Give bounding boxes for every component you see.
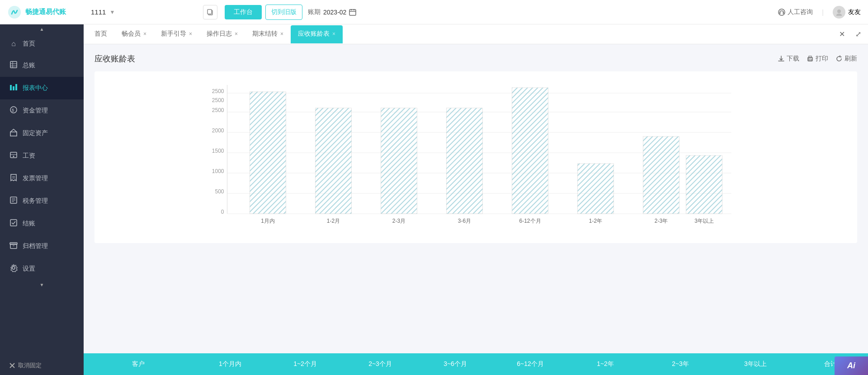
svg-point-10: [837, 9, 841, 13]
table-col-6-12m: 6~12个月: [493, 360, 568, 368]
svg-rect-65: [447, 108, 483, 214]
print-button[interactable]: 打印: [807, 55, 828, 63]
ledger-icon: [9, 61, 18, 70]
svg-text:2-3月: 2-3月: [392, 218, 406, 224]
switch-version-button[interactable]: 切到旧版: [265, 5, 302, 20]
page-actions: 下载 打印: [778, 55, 857, 63]
sidebar-item-tax[interactable]: 税务管理: [0, 190, 84, 212]
tax-icon: [9, 196, 18, 206]
sidebar-item-settings[interactable]: 设置: [0, 258, 84, 280]
svg-rect-67: [512, 88, 548, 214]
content-area: 首页 畅会员 × 新手引导 × 操作日志 × 期末结转 × 应收账龄表 ×: [84, 24, 868, 375]
table-col-3y-plus: 3年以上: [718, 360, 793, 368]
sidebar-item-archive[interactable]: 归档管理: [0, 235, 84, 258]
workbench-button[interactable]: 工作台: [225, 5, 262, 19]
svg-text:1月内: 1月内: [261, 218, 275, 224]
bar-chart: 0 500 1000 1500 2000 2500 2500 2500: [99, 80, 848, 234]
report-icon: [9, 83, 18, 93]
svg-rect-40: [809, 59, 811, 61]
tab-member[interactable]: 畅会员 ×: [114, 25, 154, 43]
period-label: 账期: [308, 8, 321, 16]
tab-aging[interactable]: 应收账龄表 ×: [291, 25, 343, 43]
sidebar-item-close[interactable]: 结账: [0, 212, 84, 235]
header-right: 人工咨询 | 友友: [778, 6, 861, 19]
table-col-1m: 1个月内: [193, 360, 268, 368]
divider: |: [822, 9, 824, 16]
close-period-icon: [9, 219, 18, 229]
headset-icon: [778, 8, 786, 16]
sidebar-item-asset[interactable]: 固定资产: [0, 122, 84, 145]
cancel-fixed-button[interactable]: 取消固定: [0, 356, 84, 375]
sidebar-item-report[interactable]: 报表中心: [0, 77, 84, 99]
tab-guide[interactable]: 新手引导 ×: [154, 25, 199, 43]
svg-rect-59: [250, 92, 286, 214]
tab-period-close-close[interactable]: ×: [280, 31, 283, 37]
svg-rect-9: [783, 12, 784, 14]
salary-icon: [9, 151, 18, 161]
svg-text:2500: 2500: [212, 107, 224, 113]
tab-guide-close[interactable]: ×: [189, 31, 192, 37]
download-button[interactable]: 下载: [778, 55, 799, 63]
svg-text:2-3年: 2-3年: [655, 218, 668, 224]
sidebar-item-home[interactable]: ⌂ 首页: [0, 33, 84, 54]
svg-text:0: 0: [221, 209, 224, 215]
tab-log-close[interactable]: ×: [235, 31, 238, 37]
logo-text: 畅捷通易代账: [25, 8, 66, 16]
cancel-fixed-label: 取消固定: [18, 361, 42, 370]
svg-text:2500: 2500: [212, 97, 224, 103]
chevron-down-icon: ▼: [109, 9, 115, 15]
svg-text:1-2月: 1-2月: [327, 218, 340, 224]
tabs-expand-button[interactable]: ⤢: [852, 28, 864, 41]
svg-rect-61: [316, 108, 352, 214]
svg-rect-69: [578, 164, 614, 214]
settings-icon: [9, 264, 18, 274]
table-col-1-2m: 1~2个月: [268, 360, 343, 368]
refresh-button[interactable]: 刷新: [835, 55, 857, 63]
sidebar-scroll-down[interactable]: ▼: [0, 280, 84, 289]
tab-log[interactable]: 操作日志 ×: [199, 25, 245, 43]
svg-point-24: [13, 156, 14, 157]
sidebar-item-invoice[interactable]: 发票管理: [0, 167, 84, 190]
svg-text:2500: 2500: [212, 88, 224, 94]
table-col-3-6m: 3~6个月: [418, 360, 493, 368]
svg-text:1500: 1500: [212, 148, 224, 154]
user-area[interactable]: 友友: [833, 6, 861, 19]
tabs-actions: ✕ ⤢: [835, 28, 864, 41]
sidebar-item-fund[interactable]: $ 资金管理: [0, 99, 84, 122]
svg-rect-21: [10, 132, 17, 136]
svg-rect-18: [15, 84, 17, 90]
tabs-close-button[interactable]: ✕: [835, 28, 848, 41]
tab-member-close[interactable]: ×: [143, 31, 146, 37]
consult-button[interactable]: 人工咨询: [778, 8, 813, 16]
svg-rect-73: [686, 155, 722, 214]
sidebar: ▲ ⌂ 首页 总账 报表中心 $ 资金管理 固定资产: [0, 24, 84, 375]
tab-home[interactable]: 首页: [87, 25, 114, 43]
svg-text:6-12个月: 6-12个月: [519, 218, 541, 224]
pin-icon: [9, 362, 15, 369]
download-label: 下载: [787, 55, 799, 63]
svg-rect-8: [779, 12, 781, 14]
tab-period-close[interactable]: 期末结转 ×: [245, 25, 291, 43]
home-icon: ⌂: [9, 40, 18, 48]
svg-text:1000: 1000: [212, 168, 224, 174]
calendar-icon[interactable]: [349, 9, 356, 16]
sidebar-scroll-up[interactable]: ▲: [0, 24, 84, 33]
user-icon: [835, 9, 843, 16]
tab-aging-close[interactable]: ×: [332, 31, 335, 37]
app-header: 畅捷通易代账 1111 ▼ 工作台 切到旧版 账期 2023-02: [0, 0, 868, 24]
refresh-label: 刷新: [844, 55, 857, 63]
print-label: 打印: [816, 55, 828, 63]
company-selector[interactable]: 1111 ▼: [91, 8, 199, 16]
tab-home-label: 首页: [94, 30, 107, 38]
tab-log-label: 操作日志: [207, 30, 232, 38]
sidebar-item-ledger[interactable]: 总账: [0, 54, 84, 77]
table-col-1-2y: 1~2年: [568, 360, 643, 368]
copy-button[interactable]: [203, 5, 217, 19]
sidebar-item-salary[interactable]: 工资: [0, 145, 84, 167]
avatar: [833, 6, 845, 19]
ai-badge[interactable]: Ai: [835, 356, 868, 375]
svg-text:$: $: [12, 108, 14, 112]
page-content: 应收账龄表 下载: [84, 44, 868, 353]
main-layout: ▲ ⌂ 首页 总账 报表中心 $ 资金管理 固定资产: [0, 24, 868, 375]
tab-aging-label: 应收账龄表: [298, 30, 330, 38]
